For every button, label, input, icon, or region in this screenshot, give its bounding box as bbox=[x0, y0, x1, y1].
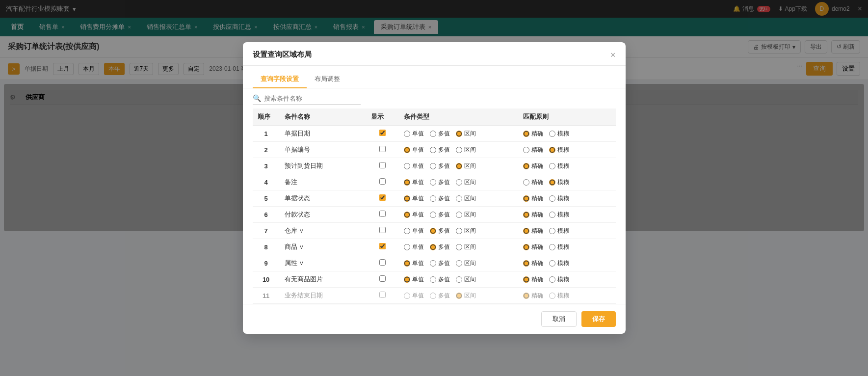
type-radio-label-多值[interactable]: 多值 bbox=[430, 130, 450, 138]
type-radio-label-单值[interactable]: 单值 bbox=[404, 227, 424, 235]
type-radio-多值-1[interactable] bbox=[430, 131, 436, 137]
type-radio-单值-2[interactable] bbox=[404, 147, 410, 153]
match-radio-精确-7[interactable] bbox=[523, 228, 529, 234]
type-radio-单值-6[interactable] bbox=[404, 212, 410, 218]
type-radio-label-单值[interactable]: 单值 bbox=[404, 130, 424, 138]
th-name: 条件名称 bbox=[280, 108, 367, 126]
type-radio-多值-5[interactable] bbox=[430, 195, 436, 202]
cell-show[interactable] bbox=[366, 174, 398, 190]
match-radio-label-精确[interactable]: 精确 bbox=[523, 130, 543, 138]
match-radio-精确-2[interactable] bbox=[523, 147, 529, 153]
tab-query-fields[interactable]: 查询字段设置 bbox=[253, 71, 307, 88]
type-radio-label-多值[interactable]: 多值 bbox=[430, 194, 450, 203]
cell-show[interactable] bbox=[366, 126, 398, 142]
type-radio-label-区间[interactable]: 区间 bbox=[456, 162, 476, 170]
cell-show[interactable] bbox=[366, 223, 398, 236]
tab-layout-adjust[interactable]: 布局调整 bbox=[307, 71, 348, 88]
match-radio-精确-5[interactable] bbox=[523, 195, 529, 202]
cell-show[interactable] bbox=[366, 142, 398, 158]
match-radio-label-模糊[interactable]: 模糊 bbox=[549, 227, 569, 235]
match-radio-label-模糊[interactable]: 模糊 bbox=[549, 162, 569, 170]
dialog-close-btn[interactable]: × bbox=[610, 51, 616, 59]
type-radio-label-区间[interactable]: 区间 bbox=[456, 211, 476, 219]
type-radio-单值-4[interactable] bbox=[404, 179, 410, 186]
show-checkbox-5[interactable] bbox=[379, 194, 386, 201]
show-checkbox-3[interactable] bbox=[379, 162, 386, 168]
table-row: 4备注单值多值区间精确模糊 bbox=[253, 174, 616, 190]
match-radio-label-精确[interactable]: 精确 bbox=[523, 178, 543, 187]
show-checkbox-7[interactable] bbox=[379, 227, 386, 233]
type-radio-label-多值[interactable]: 多值 bbox=[430, 227, 450, 235]
show-checkbox-2[interactable] bbox=[379, 146, 386, 152]
type-radio-label-区间[interactable]: 区间 bbox=[456, 194, 476, 203]
match-radio-精确-1[interactable] bbox=[523, 131, 529, 137]
type-radio-单值-5[interactable] bbox=[404, 195, 410, 202]
type-radio-单值-3[interactable] bbox=[404, 163, 410, 169]
type-radio-多值-2[interactable] bbox=[430, 147, 436, 153]
show-checkbox-1[interactable] bbox=[379, 130, 386, 136]
type-radio-label-多值[interactable]: 多值 bbox=[430, 162, 450, 170]
type-radio-区间-4[interactable] bbox=[456, 179, 462, 186]
show-checkbox-6[interactable] bbox=[379, 211, 386, 217]
type-radio-label-区间[interactable]: 区间 bbox=[456, 146, 476, 154]
settings-dialog: 设置查询区域布局 × 查询字段设置 布局调整 🔍 顺序 bbox=[243, 42, 626, 235]
type-radio-区间-1[interactable] bbox=[456, 131, 462, 137]
match-radio-label-精确[interactable]: 精确 bbox=[523, 146, 543, 154]
type-radio-区间-3[interactable] bbox=[456, 163, 462, 169]
match-radio-模糊-5[interactable] bbox=[549, 195, 555, 202]
match-radio-label-模糊[interactable]: 模糊 bbox=[549, 130, 569, 138]
type-radio-区间-2[interactable] bbox=[456, 147, 462, 153]
search-input[interactable] bbox=[264, 95, 352, 102]
type-radio-label-多值[interactable]: 多值 bbox=[430, 211, 450, 219]
type-radio-多值-3[interactable] bbox=[430, 163, 436, 169]
cell-match: 精确模糊 bbox=[518, 223, 616, 236]
type-radio-label-单值[interactable]: 单值 bbox=[404, 178, 424, 187]
type-radio-多值-4[interactable] bbox=[430, 179, 436, 186]
match-radio-label-精确[interactable]: 精确 bbox=[523, 227, 543, 235]
cell-order: 1 bbox=[253, 126, 280, 142]
type-radio-多值-7[interactable] bbox=[430, 228, 436, 234]
match-radio-模糊-2[interactable] bbox=[549, 147, 555, 153]
type-radio-区间-6[interactable] bbox=[456, 212, 462, 218]
match-radio-模糊-6[interactable] bbox=[549, 212, 555, 218]
match-radio-label-模糊[interactable]: 模糊 bbox=[549, 146, 569, 154]
match-radio-模糊-1[interactable] bbox=[549, 131, 555, 137]
cell-match: 精确模糊 bbox=[518, 207, 616, 223]
match-radio-模糊-3[interactable] bbox=[549, 163, 555, 169]
match-radio-label-精确[interactable]: 精确 bbox=[523, 211, 543, 219]
match-radio-模糊-4[interactable] bbox=[549, 179, 555, 186]
match-radio-label-模糊[interactable]: 模糊 bbox=[549, 194, 569, 203]
type-radio-label-单值[interactable]: 单值 bbox=[404, 146, 424, 154]
type-radio-label-区间[interactable]: 区间 bbox=[456, 130, 476, 138]
match-radio-精确-3[interactable] bbox=[523, 163, 529, 169]
cell-match: 精确模糊 bbox=[518, 158, 616, 174]
cell-show[interactable] bbox=[366, 158, 398, 174]
match-radio-模糊-7[interactable] bbox=[549, 228, 555, 234]
type-radio-label-多值[interactable]: 多值 bbox=[430, 178, 450, 187]
type-radio-区间-7[interactable] bbox=[456, 228, 462, 234]
type-radio-单值-7[interactable] bbox=[404, 228, 410, 234]
cell-type: 单值多值区间 bbox=[399, 126, 518, 142]
match-radio-label-精确[interactable]: 精确 bbox=[523, 162, 543, 170]
match-radio-精确-4[interactable] bbox=[523, 179, 529, 186]
type-radio-label-单值[interactable]: 单值 bbox=[404, 162, 424, 170]
type-radio-label-区间[interactable]: 区间 bbox=[456, 178, 476, 187]
cell-order: 5 bbox=[253, 190, 280, 207]
type-radio-label-区间[interactable]: 区间 bbox=[456, 227, 476, 235]
show-checkbox-4[interactable] bbox=[379, 178, 386, 185]
type-radio-label-单值[interactable]: 单值 bbox=[404, 211, 424, 219]
type-radio-单值-1[interactable] bbox=[404, 131, 410, 137]
type-radio-区间-5[interactable] bbox=[456, 195, 462, 202]
type-radio-label-多值[interactable]: 多值 bbox=[430, 146, 450, 154]
cell-show[interactable] bbox=[366, 190, 398, 207]
type-radio-多值-6[interactable] bbox=[430, 212, 436, 218]
match-radio-精确-6[interactable] bbox=[523, 212, 529, 218]
dialog-title: 设置查询区域布局 bbox=[253, 50, 312, 59]
match-radio-label-模糊[interactable]: 模糊 bbox=[549, 178, 569, 187]
type-radio-label-单值[interactable]: 单值 bbox=[404, 194, 424, 203]
cell-name: 仓库 ∨ bbox=[280, 223, 367, 236]
cell-match: 精确模糊 bbox=[518, 126, 616, 142]
match-radio-label-模糊[interactable]: 模糊 bbox=[549, 211, 569, 219]
cell-show[interactable] bbox=[366, 207, 398, 223]
match-radio-label-精确[interactable]: 精确 bbox=[523, 194, 543, 203]
